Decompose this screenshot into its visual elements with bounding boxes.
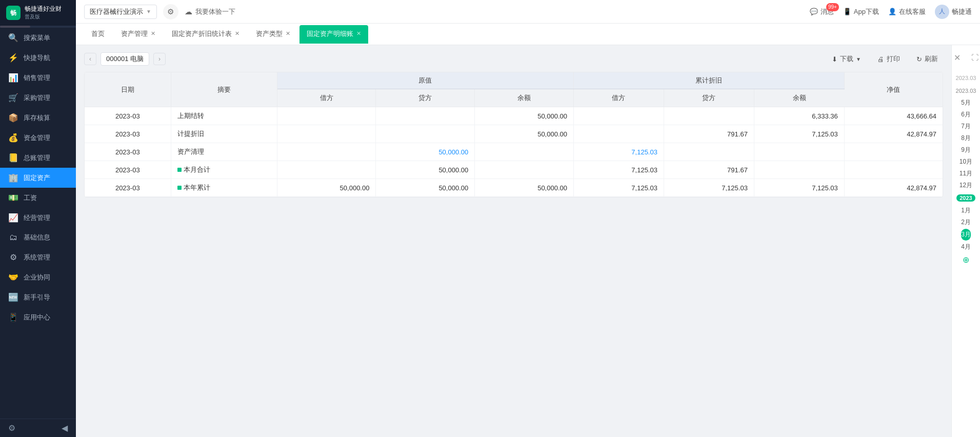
refresh-button[interactable]: ↻ 刷新 [911,52,943,66]
sidebar-item-funds[interactable]: 💰 资金管理 [0,128,76,148]
sidebar-item-label: 工资 [24,193,37,203]
company-selector[interactable]: 医疗器械行业演示 ▼ [84,5,157,19]
next-asset-button[interactable]: › [153,53,166,65]
asset-navigation: ‹ 000001 电脑 › ⬇ 下载 ▼ 🖨 打印 ↻ 刷新 [84,52,943,66]
user-menu[interactable]: 人 畅捷通 [935,5,972,19]
table-cell: 42,874.97 [844,179,943,197]
month-item[interactable]: 7月 [959,121,972,132]
sidebar-item-sales[interactable]: 📊 销售管理 [0,68,76,88]
folder-icon: 🗂 [8,233,18,242]
app-download-button[interactable]: 📱 App下载 [843,7,879,16]
messages-button[interactable]: 💬 消息 99+ [810,7,834,16]
sidebar-item-ledger[interactable]: 📒 总账管理 [0,148,76,168]
sidebar-item-salary[interactable]: 💵 工资 [0,188,76,208]
timeline-down-arrow[interactable]: ⊕ [963,255,969,265]
timeline-years: 2023.03 2023.03 5月6月7月8月9月10月11月12月 2023… [952,72,980,265]
month-item[interactable]: 8月 [959,132,972,144]
month-item[interactable]: 1月 [957,205,975,216]
month-item[interactable]: 3月 [961,229,971,241]
th-date: 日期 [85,72,171,107]
sidebar-item-purchase[interactable]: 🛒 采购管理 [0,88,76,108]
tab-close-asset-mgmt[interactable]: ✕ [151,30,155,37]
table-cell: 2023-03 [85,125,171,143]
sidebar-item-basic[interactable]: 🗂 基础信息 [0,228,76,247]
chart-icon: 📊 [8,73,18,83]
sidebar-item-search[interactable]: 🔍 搜索菜单 [0,28,76,48]
table-row: 2023-03上期结转50,000.006,333.3643,666.64 [85,107,943,125]
panel-close-button[interactable]: ✕ [949,49,966,66]
tab-close-depreciation-stat[interactable]: ✕ [235,30,239,37]
sidebar-item-appstore[interactable]: 📱 应用中心 [0,307,76,327]
month-item[interactable]: 5月 [959,97,972,109]
month-item[interactable]: 11月 [959,168,972,180]
online-service-button[interactable]: 👤 在线客服 [888,7,926,16]
print-label: 打印 [887,54,900,64]
tab-home[interactable]: 首页 [84,25,112,44]
sidebar-item-operations[interactable]: 📈 经营管理 [0,208,76,228]
sidebar-item-system[interactable]: ⚙ 系统管理 [0,247,76,267]
sidebar-item-fixedasset[interactable]: 🏢 固定资产 [0,168,76,188]
panel-expand-button[interactable]: ⛶ [967,49,981,66]
refresh-label: 刷新 [925,54,938,64]
print-button[interactable]: 🖨 打印 [872,52,905,66]
table-row: 2023-03计提折旧50,000.00791.677,125.0342,874… [85,125,943,143]
tab-depreciation-stat[interactable]: 固定资产折旧统计表 ✕ [165,25,247,44]
th-original-value: 原值 [277,72,573,89]
inner-content: ‹ 000001 电脑 › ⬇ 下载 ▼ 🖨 打印 ↻ 刷新 [76,45,951,437]
sidebar-item-label: 搜索菜单 [24,33,50,43]
tabs-bar: 首页 资产管理 ✕ 固定资产折旧统计表 ✕ 资产类型 ✕ 固定资产明细账 ✕ [76,24,980,45]
message-badge: 99+ [826,3,839,11]
table-cell: 50,000.00 [277,179,376,197]
table-cell [754,161,844,179]
experience-button[interactable]: ☁ 我要体验一下 [185,7,235,16]
linked-value[interactable]: 50,000.00 [438,148,468,156]
sidebar-item-label: 资金管理 [24,133,50,143]
table-cell [574,125,664,143]
gear-icon: ⚙ [8,252,18,262]
sidebar-item-guide[interactable]: 🆕 新手引导 [0,287,76,307]
tab-asset-type-label: 资产类型 [256,29,283,38]
th-orig-balance: 余额 [475,89,574,107]
table-cell: 本年累计 [171,179,277,197]
table-cell: 50,000.00 [475,125,574,143]
th-dep-credit: 贷方 [664,89,754,107]
prev-asset-button[interactable]: ‹ [84,53,96,65]
book-icon: 📒 [8,153,18,163]
th-summary: 摘要 [171,72,277,107]
tab-close-asset-detail[interactable]: ✕ [356,30,361,37]
table-cell: 7,125.03 [754,179,844,197]
download-button[interactable]: ⬇ 下载 ▼ [827,52,866,66]
linked-value[interactable]: 7,125.03 [631,148,657,156]
table-cell [277,107,376,125]
year-badge-item[interactable]: 2023 [952,191,980,205]
sidebar-item-quicknav[interactable]: ⚡ 快捷导航 [0,48,76,68]
table-cell [574,107,664,125]
tab-close-asset-type[interactable]: ✕ [286,30,290,37]
sidebar-item-label: 企业协同 [24,273,50,282]
tab-depreciation-stat-label: 固定资产折旧统计表 [172,29,232,38]
cart-icon: 🛒 [8,93,18,103]
main-area: 医疗器械行业演示 ▼ ⚙ ☁ 我要体验一下 💬 消息 99+ 📱 App下载 👤… [76,0,980,437]
month-item[interactable]: 9月 [959,144,972,156]
table-cell: 50,000.00 [376,143,475,161]
settings-icon[interactable]: ⚙ [8,423,15,433]
tab-asset-mgmt[interactable]: 资产管理 ✕ [114,25,163,44]
sidebar-item-enterprise[interactable]: 🤝 企业协同 [0,267,76,287]
sidebar-logo: 畅 畅捷通好业财 普及版 [0,0,76,26]
month-item[interactable]: 4月 [957,241,975,253]
month-item[interactable]: 12月 [959,180,972,191]
table-cell: 50,000.00 [475,179,574,197]
settings-button[interactable]: ⚙ [163,4,178,19]
green-indicator [177,168,182,172]
tab-asset-type[interactable]: 资产类型 ✕ [249,25,297,44]
sidebar-item-inventory[interactable]: 📦 库存核算 [0,108,76,128]
month-item[interactable]: 10月 [959,156,972,168]
money-icon: 💰 [8,133,18,143]
tab-asset-detail[interactable]: 固定资产明细账 ✕ [299,25,368,44]
months-lower-group: 1月2月3月4月 [957,205,975,253]
month-item[interactable]: 2月 [957,216,975,228]
collapse-icon[interactable]: ◀ [62,423,68,433]
tab-home-label: 首页 [91,29,105,38]
month-item[interactable]: 6月 [959,109,972,121]
download-dropdown-icon: ▼ [856,56,861,62]
